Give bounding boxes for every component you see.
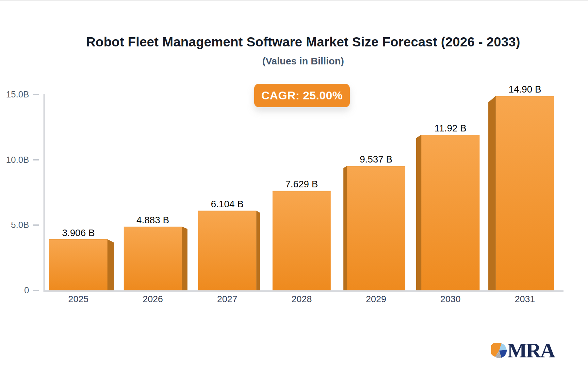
bar-2028 <box>272 191 331 290</box>
bar-side-2025 <box>107 239 114 290</box>
x-category-label-2027: 2027 <box>217 294 237 304</box>
x-category-label-2031: 2031 <box>515 294 535 304</box>
bar-2026 <box>124 227 182 290</box>
y-tick-10.0B <box>33 159 39 161</box>
bar-side-2031 <box>488 96 496 290</box>
bar-2030 <box>421 135 480 290</box>
x-category-label-2026: 2026 <box>143 294 163 304</box>
x-axis-line <box>43 290 564 292</box>
x-category-label-2030: 2030 <box>440 294 461 304</box>
bar-side-2030 <box>416 135 421 290</box>
bar-2031 <box>496 96 554 290</box>
bar-value-label-2030: 11.92 B <box>434 123 466 133</box>
bar-2025 <box>49 239 107 290</box>
brand-logo-text: MRA <box>507 343 554 358</box>
y-tick-15.0B <box>33 94 39 95</box>
bar-chart: 15.0B10.0B5.0B03.906 B20254.883 B20266.1… <box>0 1 588 378</box>
y-axis-line <box>43 94 45 292</box>
bar-top-edge-2026 <box>124 227 182 227</box>
bar-top-edge-2031 <box>496 96 554 96</box>
bar-top-edge-2028 <box>272 191 331 191</box>
pie-chart-logo-icon <box>491 343 507 358</box>
bar-value-label-2027: 6.104 B <box>211 199 244 209</box>
x-category-label-2029: 2029 <box>366 294 386 304</box>
bar-side-2029 <box>343 166 347 290</box>
bar-top-edge-2029 <box>347 166 405 166</box>
bar-top-edge-2025 <box>49 239 107 240</box>
y-tick-label-0: 0 <box>24 285 29 295</box>
x-category-label-2025: 2025 <box>68 294 89 304</box>
bar-value-label-2025: 3.906 B <box>62 228 95 238</box>
y-tick-label-10.0B: 10.0B <box>6 155 29 165</box>
bar-side-2026 <box>182 227 188 290</box>
bar-2029 <box>347 166 405 290</box>
y-tick-label-5.0B: 5.0B <box>11 220 29 230</box>
y-tick-0 <box>33 290 39 291</box>
bar-2027 <box>198 211 256 290</box>
bar-value-label-2028: 7.629 B <box>285 179 318 189</box>
bar-value-label-2029: 9.537 B <box>360 154 392 164</box>
y-tick-label-15.0B: 15.0B <box>6 90 29 99</box>
bar-top-edge-2030 <box>421 135 480 135</box>
bar-top-edge-2027 <box>198 211 256 211</box>
bar-value-label-2031: 14.90 B <box>509 84 541 94</box>
x-category-label-2028: 2028 <box>291 294 312 304</box>
y-tick-5.0B <box>33 224 39 226</box>
bar-value-label-2026: 4.883 B <box>137 215 169 225</box>
brand-logo: MRA <box>491 341 554 360</box>
bar-side-2027 <box>256 211 260 290</box>
chart-canvas: Robot Fleet Management Software Market S… <box>0 0 588 378</box>
